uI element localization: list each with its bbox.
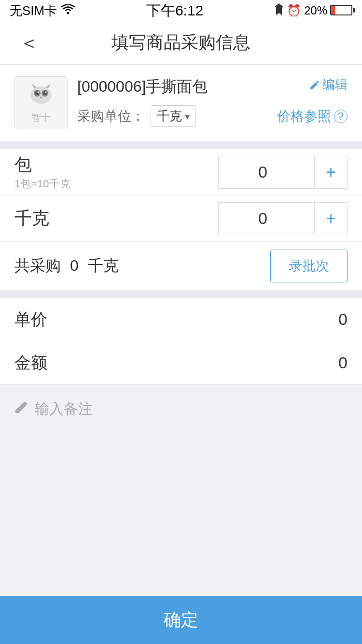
kg-plus-button[interactable]: + <box>315 202 348 235</box>
price-ref-label: 价格参照 <box>277 107 331 126</box>
section-divider-1 <box>0 141 362 149</box>
unit-price-label: 单价 <box>14 308 47 331</box>
svg-point-1 <box>30 86 52 104</box>
dropdown-icon: ▾ <box>185 111 190 122</box>
location-icon <box>274 3 284 18</box>
input-section: 包 1包=10千克 + 千克 + 共采购 0 千克 录批次 <box>0 149 362 290</box>
bag-input-row: 包 1包=10千克 + <box>0 149 362 196</box>
bag-plus-button[interactable]: + <box>315 156 348 189</box>
unit-select[interactable]: 千克 ▾ <box>151 105 196 127</box>
confirm-button[interactable]: 确定 <box>0 596 362 644</box>
unit-price-row: 单价 0 <box>0 298 362 341</box>
kg-label: 千克 <box>14 207 49 230</box>
back-button[interactable]: ＜ <box>14 25 43 61</box>
kg-input-control: + <box>218 202 348 235</box>
help-icon: ? <box>334 110 348 123</box>
edit-label: 编辑 <box>322 76 348 93</box>
amount-label: 金额 <box>14 352 47 374</box>
bag-quantity-input[interactable] <box>218 156 315 189</box>
signal-text: 无SIM卡 <box>10 2 57 19</box>
status-bar: 无SIM卡 下午6:12 ⏰ 20% <box>0 0 362 21</box>
product-info: [0000006]手撕面包 编辑 采购单位： 千克 ▾ 价格参照 ? <box>77 76 348 127</box>
svg-point-6 <box>38 92 39 93</box>
pencil-icon <box>14 401 28 418</box>
kg-quantity-input[interactable] <box>218 202 315 235</box>
info-section: 单价 0 金额 0 <box>0 298 362 385</box>
alarm-icon: ⏰ <box>287 4 301 17</box>
remarks-section[interactable]: 输入备注 <box>0 385 362 433</box>
product-header: [0000006]手撕面包 编辑 <box>77 76 348 98</box>
nav-bar: ＜ 填写商品采购信息 <box>0 21 362 65</box>
battery-icon <box>330 4 352 17</box>
wifi-icon <box>61 3 75 18</box>
confirm-label: 确定 <box>164 608 198 632</box>
battery-percentage: 20% <box>304 4 327 17</box>
product-name: [0000006]手撕面包 <box>77 76 208 98</box>
product-unit-row: 采购单位： 千克 ▾ 价格参照 ? <box>77 105 348 127</box>
amount-value: 0 <box>338 353 348 372</box>
total-amount: 0 <box>70 257 79 274</box>
price-ref-button[interactable]: 价格参照 ? <box>277 107 348 126</box>
page-title: 填写商品采购信息 <box>111 31 251 55</box>
bag-input-control: + <box>218 156 348 189</box>
product-logo-icon <box>27 82 56 109</box>
bag-label-group: 包 1包=10千克 <box>14 153 70 191</box>
edit-button[interactable]: 编辑 <box>309 76 348 93</box>
svg-point-0 <box>67 12 70 14</box>
unit-value: 千克 <box>157 108 182 125</box>
total-text: 共采购 0 千克 <box>14 255 119 277</box>
bag-sub-label: 1包=10千克 <box>14 177 70 191</box>
status-right: ⏰ 20% <box>274 3 352 18</box>
total-unit: 千克 <box>88 257 119 274</box>
remarks-placeholder: 输入备注 <box>35 399 93 419</box>
unit-price-value: 0 <box>338 310 348 329</box>
product-image-label: 智十 <box>31 111 51 124</box>
kg-label-group: 千克 <box>14 207 49 230</box>
product-image: 智十 <box>14 76 68 129</box>
svg-point-7 <box>45 92 47 93</box>
record-batch-button[interactable]: 录批次 <box>270 250 348 282</box>
status-time: 下午6:12 <box>146 1 203 21</box>
kg-input-row: 千克 + <box>0 196 362 242</box>
total-row: 共采购 0 千克 录批次 <box>0 242 362 290</box>
unit-label: 采购单位： <box>77 107 145 126</box>
total-label: 共采购 <box>14 257 61 274</box>
amount-row: 金额 0 <box>0 341 362 385</box>
status-left: 无SIM卡 <box>10 2 75 19</box>
product-card: 智十 [0000006]手撕面包 编辑 采购单位： 千克 ▾ 价格参照 <box>0 65 362 141</box>
section-divider-2 <box>0 290 362 298</box>
bag-label: 包 <box>14 153 70 177</box>
record-batch-label: 录批次 <box>289 257 329 275</box>
